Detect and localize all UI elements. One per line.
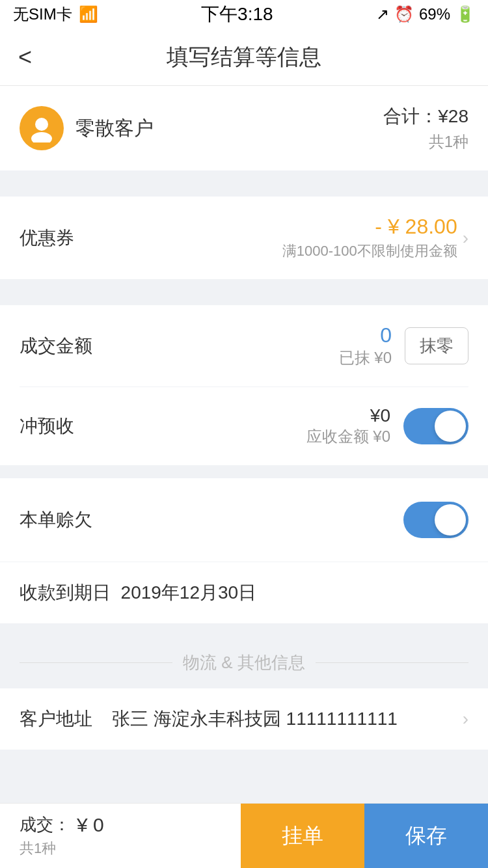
coupon-label: 优惠券 [20, 226, 74, 251]
coupon-row[interactable]: 优惠券 - ¥ 28.00 满1000-100不限制使用金额 › [0, 197, 488, 279]
battery-text: 69% [419, 5, 450, 23]
svg-point-0 [35, 118, 48, 131]
transaction-amount-col: 0 已抹 ¥0 [339, 323, 392, 368]
transaction-section: 成交金额 0 已抹 ¥0 抹零 冲预收 ¥0 应收金额 ¥0 [0, 305, 488, 465]
prepaid-toggle[interactable] [403, 408, 468, 444]
prepaid-label: 冲预收 [20, 414, 74, 439]
save-button[interactable]: 保存 [364, 804, 488, 869]
customer-summary: 合计：¥28 共1种 [383, 104, 468, 152]
avatar [20, 106, 64, 150]
status-right: ↗ ⏰ 69% 🔋 [376, 5, 475, 23]
due-date-label: 收款到期日 2019年12月30日 [20, 582, 256, 603]
hold-order-label: 挂单 [282, 822, 323, 850]
customer-left: 零散客户 [20, 106, 154, 150]
bottom-count: 共1种 [20, 839, 221, 858]
back-button[interactable]: < [18, 44, 32, 71]
customer-section: 零散客户 合计：¥28 共1种 [0, 86, 488, 170]
chevron-right-icon: › [463, 228, 468, 249]
address-label: 客户地址 [20, 707, 92, 731]
logistics-label-wrap: 物流 & 其他信息 [172, 651, 316, 674]
section-divider-4 [0, 623, 488, 636]
transaction-amount: 0 [339, 323, 392, 347]
coupon-right: - ¥ 28.00 满1000-100不限制使用金额 › [282, 215, 468, 261]
address-value: 张三 海淀永丰科技园 11111111111 [112, 707, 463, 731]
customer-row: 零散客户 合计：¥28 共1种 [0, 86, 488, 170]
debt-toggle[interactable] [403, 502, 468, 538]
bottom-bar: 成交： ¥ 0 共1种 挂单 保存 [0, 803, 488, 868]
round-down-button[interactable]: 抹零 [405, 327, 468, 364]
status-bar: 无SIM卡 📶 下午3:18 ↗ ⏰ 69% 🔋 [0, 0, 488, 29]
prepaid-right: ¥0 应收金额 ¥0 [306, 405, 468, 447]
transaction-label: 成交金额 [20, 334, 92, 359]
prepaid-row: 冲预收 ¥0 应收金额 ¥0 [20, 387, 468, 465]
toggle-knob [435, 411, 466, 442]
alarm-icon: ⏰ [394, 5, 414, 23]
wifi-icon: 📶 [79, 5, 98, 23]
debt-label: 本单赊欠 [20, 508, 92, 532]
nav-bar: < 填写结算等信息 [0, 29, 488, 86]
section-divider-1 [0, 183, 488, 197]
signal-text: 无SIM卡 [13, 4, 72, 25]
logistics-label: 物流 & 其他信息 [183, 653, 305, 672]
prepaid-amount: ¥0 [306, 405, 390, 426]
section-divider-3 [0, 465, 488, 478]
address-row[interactable]: 客户地址 张三 海淀永丰科技园 11111111111 › [0, 688, 488, 750]
transaction-right: 0 已抹 ¥0 抹零 [339, 323, 468, 368]
prepaid-sub: 应收金额 ¥0 [306, 426, 390, 447]
bottom-trans-row: 成交： ¥ 0 [20, 813, 221, 836]
location-icon: ↗ [376, 5, 389, 23]
debt-row: 本单赊欠 [20, 478, 468, 562]
total-count: 共1种 [383, 131, 468, 152]
total-amount: 合计：¥28 [383, 104, 468, 129]
transaction-row: 成交金额 0 已抹 ¥0 抹零 [20, 305, 468, 387]
address-section: 客户地址 张三 海淀永丰科技园 11111111111 › [0, 688, 488, 750]
coupon-info: - ¥ 28.00 满1000-100不限制使用金额 [282, 215, 457, 261]
battery-icon: 🔋 [455, 5, 475, 23]
transaction-sub: 已抹 ¥0 [339, 347, 392, 368]
due-date-row: 收款到期日 2019年12月30日 [0, 562, 488, 623]
coupon-desc: 满1000-100不限制使用金额 [282, 241, 457, 261]
status-left: 无SIM卡 📶 [13, 4, 98, 25]
bottom-trans-amount: ¥ 0 [77, 814, 104, 836]
debt-toggle-knob [435, 504, 466, 536]
bottom-trans-label: 成交： [20, 813, 70, 836]
prepaid-amount-col: ¥0 应收金额 ¥0 [306, 405, 390, 447]
address-chevron-icon: › [463, 709, 468, 729]
coupon-amount: - ¥ 28.00 [282, 215, 457, 239]
coupon-section: 优惠券 - ¥ 28.00 满1000-100不限制使用金额 › [0, 197, 488, 279]
hold-order-button[interactable]: 挂单 [241, 804, 364, 869]
debt-section: 本单赊欠 [0, 478, 488, 562]
logistics-section: 物流 & 其他信息 [0, 636, 488, 688]
customer-name: 零散客户 [75, 115, 154, 142]
svg-point-1 [31, 132, 52, 142]
bottom-info: 成交： ¥ 0 共1种 [0, 813, 241, 858]
status-time: 下午3:18 [201, 2, 273, 27]
save-label: 保存 [405, 822, 447, 850]
section-divider-2 [0, 292, 488, 305]
page-title: 填写结算等信息 [167, 42, 321, 72]
